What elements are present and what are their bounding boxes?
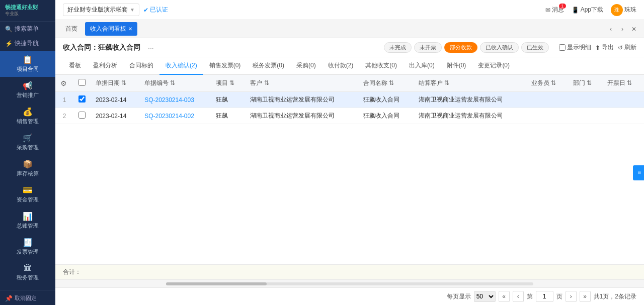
sub-tab-warehouse[interactable]: 出入库(0) [403, 57, 441, 75]
message-btn[interactable]: ✉ 1 消息 [545, 6, 564, 14]
th-contract-name[interactable]: 合同名称 ⇅ [358, 75, 414, 92]
sidebar-item-marketing[interactable]: 📢 营销推广 [0, 77, 55, 103]
tab-contract-board[interactable]: 收入合同看板 ✕ [85, 22, 137, 36]
scrollbar-track [166, 282, 533, 285]
prev-page-btn[interactable]: ‹ [513, 291, 524, 302]
sub-tab-attachments[interactable]: 附件(0) [441, 57, 472, 75]
tab-prev-btn[interactable]: ‹ [606, 24, 616, 34]
status-buttons: 未完成 未开票 部分收款 已收入确认 已生效 [384, 42, 549, 53]
row-settlement-2: 湖南卫视商业运营发展有限公司 [414, 108, 526, 124]
search-icon: 🔍 [5, 26, 13, 33]
sidebar-item-label-funds: 资金管理 [17, 196, 39, 204]
message-icon: ✉ [545, 7, 550, 14]
table-footer: 合计： [55, 264, 644, 279]
sub-tab-payment[interactable]: 收付款(2) [322, 57, 360, 75]
tab-close-all-btn[interactable]: ✕ [629, 24, 639, 34]
sub-tab-profit[interactable]: 盈利分析 [87, 57, 123, 75]
row-salesperson-2 [526, 108, 568, 124]
row-salesperson-1 [526, 92, 568, 108]
th-invoice-date[interactable]: 开票日 ⇅ [602, 75, 644, 92]
first-page-btn[interactable]: « [499, 291, 510, 302]
table-row: 2 2023-02-14 SQ-20230214-002 狂飙 湖南卫视商业运营… [55, 108, 644, 124]
row-invoice-date-1 [602, 92, 644, 108]
detail-checkbox-input[interactable] [559, 44, 566, 51]
general-icon: 📊 [23, 212, 33, 221]
sub-tab-tax-invoice[interactable]: 税务发票(0) [247, 57, 290, 75]
tab-next-btn[interactable]: › [617, 24, 627, 34]
contract-header: 收入合同：狂飙收入合同 ··· 未完成 未开票 部分收款 已收入确认 已生效 显… [55, 38, 644, 57]
th-date-label: 单据日期 [96, 79, 120, 86]
download-icon: 📱 [572, 7, 579, 14]
last-page-icon: » [583, 293, 587, 300]
marketing-icon: 📢 [23, 81, 33, 90]
sidebar-item-label-project: 项目合同 [17, 65, 39, 73]
page-suffix: 页 [556, 292, 562, 301]
row-checkbox-1 [73, 92, 91, 108]
quick-nav[interactable]: ⚡ 快捷导航 [0, 36, 55, 51]
tab-home[interactable]: 首页 [60, 22, 83, 36]
search-menu[interactable]: 🔍 搜索菜单 [0, 22, 55, 36]
invoice-icon: 🧾 [23, 238, 33, 247]
tab-close-btn[interactable]: ✕ [128, 26, 132, 32]
tab-home-label: 首页 [65, 25, 77, 33]
sidebar-item-label-inventory: 库存核算 [17, 170, 39, 177]
sidebar-item-purchase[interactable]: 🛒 采购管理 [0, 129, 55, 155]
row-code-link-1[interactable]: SQ-20230214-003 [144, 96, 194, 104]
total-label: 合计： [63, 268, 81, 276]
sidebar-item-assets[interactable]: 🏢 固定资产 [0, 285, 55, 289]
per-page-select[interactable]: 50 100 200 [474, 291, 496, 302]
th-settlement[interactable]: 结算客户 ⇅ [414, 75, 526, 92]
column-settings-icon[interactable]: ⚙ [60, 79, 67, 87]
select-all-checkbox[interactable] [78, 79, 86, 86]
contract-title: 收入合同：狂飙收入合同 [63, 43, 140, 52]
th-code-label: 单据编号 [144, 79, 169, 86]
row-department-2 [568, 108, 602, 124]
sub-tab-recognition[interactable]: 收入确认(2) [159, 57, 203, 75]
display-detail-checkbox[interactable]: 显示明细 [559, 43, 591, 52]
th-customer[interactable]: 客户 ⇅ [245, 75, 358, 92]
sidebar-item-funds[interactable]: 💳 资金管理 [0, 181, 55, 208]
sub-tab-subject[interactable]: 合同标的 [123, 57, 159, 75]
th-department[interactable]: 部门 ⇅ [568, 75, 602, 92]
th-project[interactable]: 项目 ⇅ [211, 75, 245, 92]
status-uninvoiced-btn[interactable]: 未开票 [414, 42, 442, 53]
more-btn[interactable]: ··· [148, 44, 154, 52]
last-page-btn[interactable]: » [580, 291, 591, 302]
row-select-1[interactable] [78, 95, 86, 103]
sub-tab-changes[interactable]: 变更记录(0) [472, 57, 516, 75]
sidebar-item-inventory[interactable]: 📦 库存核算 [0, 155, 55, 181]
status-partial-btn[interactable]: 部分收款 [444, 42, 477, 53]
sidebar-item-sales[interactable]: 💰 销售管理 [0, 103, 55, 129]
app-download-btn[interactable]: 📱 App下载 [572, 6, 603, 14]
status-confirmed-btn[interactable]: 已收入确认 [480, 42, 519, 53]
sidebar-item-invoice[interactable]: 🧾 发票管理 [0, 234, 55, 260]
sidebar-item-general[interactable]: 📊 总账管理 [0, 208, 55, 234]
sub-tab-other[interactable]: 其他收支(0) [359, 57, 403, 75]
refresh-btn[interactable]: ↺ 刷新 [618, 43, 636, 52]
row-code-link-2[interactable]: SQ-20230214-002 [144, 113, 194, 120]
sidebar-item-project[interactable]: 📋 项目合同 [0, 51, 55, 77]
sub-tab-board[interactable]: 看板 [63, 57, 87, 75]
data-table: ⚙ 单据日期 ⇅ 单据编号 ⇅ [55, 75, 644, 124]
th-date[interactable]: 单据日期 ⇅ [91, 75, 139, 92]
status-incomplete-btn[interactable]: 未完成 [384, 42, 412, 53]
cancel-fixed-btn[interactable]: 📌 取消固定 [0, 291, 55, 305]
certified-badge: ✔ 已认证 [143, 6, 168, 14]
page-input[interactable] [536, 291, 553, 302]
first-page-icon: « [502, 293, 506, 300]
row-select-2[interactable] [78, 112, 86, 119]
next-page-btn[interactable]: › [566, 291, 577, 302]
th-salesperson[interactable]: 业务员 ⇅ [526, 75, 568, 92]
export-btn[interactable]: ⬆ 导出 [595, 43, 614, 52]
th-code[interactable]: 单据编号 ⇅ [139, 75, 211, 92]
side-float-btn[interactable]: ≡ [633, 165, 644, 180]
refresh-label: 刷新 [624, 43, 636, 52]
sub-tab-purchase[interactable]: 采购(0) [290, 57, 322, 75]
sub-tab-sales-invoice[interactable]: 销售发票(0) [203, 57, 247, 75]
scrollbar-thumb[interactable] [166, 282, 267, 285]
user-avatar-btn[interactable]: 珠 珠珠 [611, 4, 636, 16]
status-effective-btn[interactable]: 已生效 [521, 42, 549, 53]
row-num-2: 2 [55, 108, 73, 124]
sidebar-item-tax[interactable]: 🏛 税务管理 [0, 260, 55, 285]
company-selector[interactable]: 好业财专业版演示帐套 ▼ [63, 4, 139, 16]
